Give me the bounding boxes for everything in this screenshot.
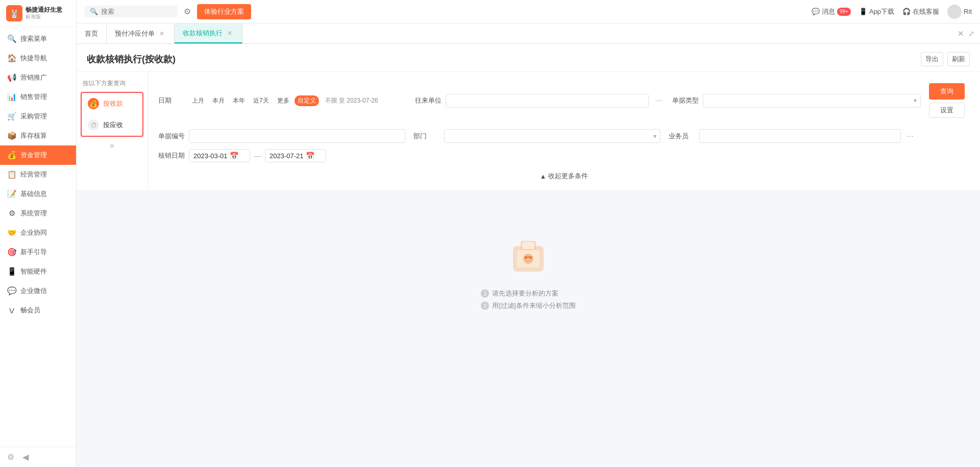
counterpart-dots[interactable]: ··· [653,96,664,105]
sidebar-item-search[interactable]: 🔍 搜索菜单 [0,29,76,48]
doc-type-select[interactable] [703,94,921,108]
verify-date-from[interactable]: 2023-03-01 📅 [189,149,250,162]
tab-receipts-close[interactable]: ✕ [226,29,234,37]
industry-btn[interactable]: 体验行业方案 [197,4,251,19]
date-custom[interactable]: 自定义 [295,95,319,106]
logo-icon: 🐰 [6,5,22,21]
date-last7[interactable]: 近7天 [250,95,272,106]
sidebar-item-label: 营销推广 [20,73,47,82]
app-download-btn[interactable]: 📱 App下载 [859,7,894,16]
date-range-display: 不限 至 2023-07-26 [325,96,378,105]
sidebar-item-system[interactable]: ⚙ 系统管理 [0,204,76,223]
verify-date-to[interactable]: 2023-07-21 📅 [265,149,326,162]
sidebar-item-marketing[interactable]: 📢 营销推广 [0,68,76,87]
sidebar-item-enterprise[interactable]: 🤝 企业协同 [0,223,76,242]
refresh-btn[interactable]: 刷新 [947,52,970,66]
sidebar-item-quick-nav[interactable]: 🏠 快捷导航 [0,48,76,68]
marketing-icon: 📢 [7,73,16,82]
user-avatar [947,5,962,19]
filter-options-box: 💰 按收款 ⏱ 按应收 [81,92,143,137]
collapse-conditions-btn[interactable]: ▲ 收起更多条件 [158,168,970,184]
customer-service-btn[interactable]: 🎧 在线客服 [902,7,939,16]
salesperson-dots[interactable]: ··· [905,132,916,141]
verify-date-label: 核销日期 [158,151,185,160]
sidebar-item-inventory[interactable]: 📦 库存核算 [0,126,76,145]
sidebar-item-wechat[interactable]: 💬 企业微信 [0,281,76,301]
verify-date-field: 核销日期 2023-03-01 📅 — 2023-07-21 📅 [158,149,970,162]
doc-number-input[interactable] [189,129,405,143]
svg-point-4 [530,256,532,258]
filter-row-2: 单据编号 部门 ▾ 业务员 [158,129,970,143]
calendar-to-icon: 📅 [306,152,314,160]
calendar-from-icon: 📅 [230,152,238,160]
sidebar-item-sales[interactable]: 📊 销售管理 [0,87,76,107]
collapse-sidebar-icon[interactable]: ◀ [22,452,29,462]
filter-by-receivable[interactable]: ⏱ 按应收 [82,114,142,136]
search-input[interactable] [101,8,173,15]
tab-receipts[interactable]: 收款核销执行 ✕ [175,23,242,43]
empty-tip-1: 1 请先选择要分析的方案 [481,289,575,298]
export-btn[interactable]: 导出 [921,52,943,66]
tab-prepay[interactable]: 预付冲应付单 ✕ [107,23,175,43]
sidebar-item-label: 快捷导航 [20,54,47,63]
page-header: 收款核销执行(按收款) 导出 刷新 [77,44,980,72]
salesperson-input[interactable] [699,129,901,143]
query-btn[interactable]: 查询 [929,83,965,100]
sidebar-item-business[interactable]: 📋 经营管理 [0,165,76,184]
counterpart-input[interactable] [446,94,649,108]
tab-prepay-close[interactable]: ✕ [158,30,166,38]
sales-icon: 📊 [7,92,16,102]
sidebar-bottom: ⚙ ◀ [0,447,76,467]
doc-number-label: 单据编号 [158,132,185,141]
sidebar-item-guide[interactable]: 🎯 新手引导 [0,242,76,262]
sidebar-item-finance[interactable]: 💰 资金管理 [0,145,76,165]
search-box[interactable]: 🔍 [85,6,178,17]
service-icon: 🎧 [902,8,911,15]
sidebar-item-member[interactable]: V 畅会员 [0,301,76,320]
settings-icon[interactable]: ⚙ [7,452,14,462]
message-btn[interactable]: 💬 消息 99+ [812,7,851,16]
sidebar-item-label: 企业协同 [20,228,47,237]
counterpart-label: 往来单位 [415,96,442,105]
filter-by-receipt[interactable]: 💰 按收款 [82,93,142,114]
tab-home[interactable]: 首页 [77,23,107,43]
counterpart-field: 往来单位 ··· [415,94,664,108]
settings-btn[interactable]: 设置 [929,103,965,118]
sidebar-nav: 🔍 搜索菜单 🏠 快捷导航 📢 营销推广 📊 销售管理 🛒 采购管理 📦 库存核… [0,27,76,447]
date-this-month[interactable]: 本月 [209,95,228,106]
expand-tab-icon[interactable]: ⤢ [968,29,975,38]
smart-hw-icon: 📱 [7,267,16,276]
date-more[interactable]: 更多 [274,95,292,106]
empty-tip-2: 2 用[过滤]条件来缩小分析范围 [481,301,575,310]
date-this-year[interactable]: 本年 [230,95,248,106]
sidebar-item-label: 企业微信 [20,286,47,296]
empty-illustration [503,231,554,282]
close-tab-icon[interactable]: ✕ [958,29,964,38]
purchase-icon: 🛒 [7,112,16,121]
logo-subtitle: 标准版 [26,13,62,20]
department-select[interactable] [444,129,660,143]
date-prev-month[interactable]: 上月 [189,95,207,106]
finance-icon: 💰 [7,151,16,160]
guide-icon: 🎯 [7,248,16,257]
user-area[interactable]: Rit [947,5,972,19]
app-icon: 📱 [859,8,867,15]
user-name: Rit [964,8,972,15]
sidebar-item-basic-info[interactable]: 📝 基础信息 [0,184,76,204]
sidebar-item-label: 畅会员 [20,306,40,315]
system-icon: ⚙ [7,209,16,218]
sidebar-item-label: 经营管理 [20,170,47,179]
inventory-icon: 📦 [7,131,16,140]
salesperson-label: 业务员 [669,132,695,141]
tabbar: 首页 预付冲应付单 ✕ 收款核销执行 ✕ ✕ ⤢ [77,23,980,44]
sidebar-item-label: 系统管理 [20,209,47,218]
sidebar-item-purchase[interactable]: 🛒 采购管理 [0,107,76,126]
member-icon: V [7,306,16,315]
filter-sidebar: 按以下方案查询 💰 按收款 ⏱ 按应收 » [77,72,148,190]
svg-point-3 [525,256,527,258]
filter-collapse-btn[interactable]: » [77,137,148,154]
page-title: 收款核销执行(按收款) [87,53,176,65]
wechat-icon: 💬 [7,286,16,296]
sidebar-item-smart-hw[interactable]: 📱 智能硬件 [0,262,76,281]
gear-icon[interactable]: ⚙ [184,7,191,16]
